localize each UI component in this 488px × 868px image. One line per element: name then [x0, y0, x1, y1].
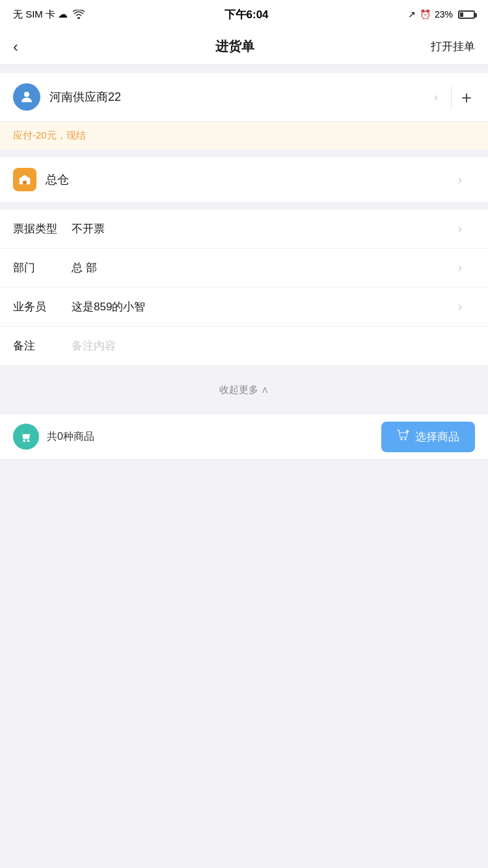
alert-banner: 应付-20元，现结: [0, 122, 488, 150]
back-button[interactable]: ‹: [13, 38, 39, 56]
battery-label: 23%: [435, 9, 453, 20]
select-product-button[interactable]: 选择商品: [381, 422, 475, 452]
supplier-name[interactable]: 河南供应商22: [49, 89, 434, 105]
status-left: 无 SIM 卡 ☁: [13, 8, 85, 21]
notes-input[interactable]: 备注内容: [72, 338, 475, 353]
alert-text: 应付-20元，现结: [13, 129, 86, 141]
warehouse-row[interactable]: 总仓 ›: [0, 157, 488, 202]
department-chevron-icon: ›: [458, 261, 462, 275]
page-background: [0, 459, 488, 589]
page-title: 进货单: [215, 38, 254, 55]
salesperson-chevron-icon: ›: [458, 300, 462, 314]
svg-point-5: [401, 438, 403, 440]
open-pending-button[interactable]: 打开挂单: [431, 39, 475, 54]
warehouse-card[interactable]: 总仓 ›: [0, 157, 488, 202]
salesperson-row[interactable]: 业务员 这是859的小智 ›: [0, 288, 488, 327]
nav-bar: ‹ 进货单 打开挂单: [0, 29, 488, 65]
product-icon: [13, 424, 39, 450]
time-label: 下午6:04: [224, 7, 269, 22]
warehouse-name: 总仓: [46, 172, 458, 187]
invoice-type-chevron-icon: ›: [458, 222, 462, 236]
warehouse-chevron-icon: ›: [458, 173, 462, 187]
supplier-chevron-icon: ›: [434, 90, 438, 104]
status-right: ↗ ⏰ 23%: [408, 9, 475, 20]
department-value: 总 部: [72, 260, 458, 275]
battery-icon: [458, 10, 475, 19]
collapse-label: 收起更多 ∧: [219, 384, 269, 396]
bottom-bar: 共0种商品 选择商品: [0, 414, 488, 459]
sim-label: 无 SIM 卡 ☁: [13, 8, 68, 21]
svg-point-3: [23, 440, 25, 442]
status-bar: 无 SIM 卡 ☁ 下午6:04 ↗ ⏰ 23%: [0, 0, 488, 29]
collapse-button[interactable]: 收起更多 ∧: [0, 373, 488, 407]
product-count: 共0种商品: [47, 430, 381, 444]
supplier-card: 河南供应商22 › ＋ 应付-20元，现结: [0, 73, 488, 150]
department-label: 部门: [13, 260, 72, 275]
invoice-type-value: 不开票: [72, 221, 458, 236]
salesperson-value: 这是859的小智: [72, 299, 458, 314]
supplier-row: 河南供应商22 › ＋: [0, 73, 488, 122]
alarm-icon: ⏰: [420, 9, 431, 20]
form-section: 票据类型 不开票 › 部门 总 部 › 业务员 这是859的小智 › 备注 备注…: [0, 210, 488, 365]
department-row[interactable]: 部门 总 部 ›: [0, 249, 488, 288]
supplier-avatar: [13, 83, 40, 111]
add-supplier-button[interactable]: ＋: [451, 86, 475, 109]
svg-point-4: [27, 440, 30, 442]
warehouse-icon: [13, 168, 36, 191]
svg-rect-2: [23, 181, 27, 185]
location-icon: ↗: [408, 9, 416, 20]
wifi-icon: [73, 10, 85, 19]
svg-point-0: [24, 92, 29, 97]
select-product-icon: [397, 429, 410, 444]
invoice-type-row[interactable]: 票据类型 不开票 ›: [0, 210, 488, 249]
svg-point-6: [405, 438, 407, 440]
invoice-type-label: 票据类型: [13, 221, 72, 236]
separator-2: [0, 150, 488, 157]
notes-row[interactable]: 备注 备注内容: [0, 327, 488, 365]
select-product-label: 选择商品: [415, 429, 459, 444]
notes-label: 备注: [13, 338, 72, 353]
salesperson-label: 业务员: [13, 299, 72, 314]
separator-top: [0, 65, 488, 73]
